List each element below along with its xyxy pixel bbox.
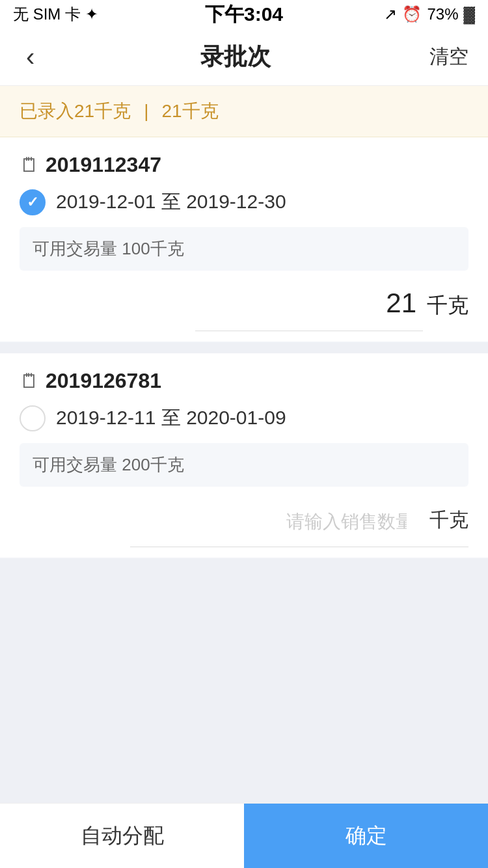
batch-date-row-2: 2019-12-11 至 2020-01-09 bbox=[0, 400, 488, 437]
status-time: 下午3:04 bbox=[205, 1, 283, 28]
location-icon: ↗ bbox=[384, 5, 397, 23]
batch-date-row-1: 2019-12-01 至 2019-12-30 bbox=[0, 183, 488, 221]
empty-area bbox=[0, 559, 488, 845]
section-divider bbox=[0, 343, 488, 353]
status-right: ↗ ⏰ 73% ▓ bbox=[384, 5, 475, 23]
battery-icon: ▓ bbox=[464, 5, 476, 23]
batch-icon-1: 🗒 bbox=[20, 154, 39, 176]
batch-date-1: 2019-12-01 至 2019-12-30 bbox=[56, 189, 286, 215]
info-banner: 已录入21千克 | 21千克 bbox=[0, 86, 488, 137]
input-row-2: 千克 bbox=[0, 493, 488, 547]
clear-button[interactable]: 清空 bbox=[429, 44, 468, 70]
batch-id-1: 2019112347 bbox=[46, 153, 161, 177]
batch-card-2: 🗒 2019126781 2019-12-11 至 2020-01-09 可用交… bbox=[0, 353, 488, 558]
batch-header-1: 🗒 2019112347 bbox=[0, 137, 488, 183]
batch-date-2: 2019-12-11 至 2020-01-09 bbox=[56, 405, 286, 431]
status-left: 无 SIM 卡 ✦ bbox=[13, 4, 98, 25]
quantity-input-2[interactable] bbox=[286, 506, 416, 534]
total-value: 21千克 bbox=[161, 99, 218, 124]
batch-header-2: 🗒 2019126781 bbox=[0, 353, 488, 400]
battery-label: 73% bbox=[427, 5, 458, 23]
value-number-1: 21 bbox=[386, 288, 416, 319]
alarm-icon: ⏰ bbox=[402, 5, 422, 23]
batch-quantity-1: 可用交易量 100千克 bbox=[20, 227, 468, 271]
recorded-label: 已录入21千克 bbox=[20, 99, 131, 124]
page-title: 录批次 bbox=[200, 41, 271, 73]
sim-label: 无 SIM 卡 ✦ bbox=[13, 4, 98, 25]
radio-button-2[interactable] bbox=[20, 405, 46, 431]
batch-quantity-2: 可用交易量 200千克 bbox=[20, 443, 468, 487]
auto-distribute-button[interactable]: 自动分配 bbox=[0, 804, 244, 868]
batch-card-1: 🗒 2019112347 2019-12-01 至 2019-12-30 可用交… bbox=[0, 137, 488, 342]
input-unit-2: 千克 bbox=[429, 507, 468, 534]
bottom-actions: 自动分配 确定 bbox=[0, 803, 488, 868]
batch-icon-2: 🗒 bbox=[20, 370, 39, 392]
confirm-button[interactable]: 确定 bbox=[244, 804, 488, 868]
radio-button-1[interactable] bbox=[20, 189, 46, 215]
value-display-1: 21 千克 bbox=[0, 277, 488, 331]
nav-bar: ‹ 录批次 清空 bbox=[0, 29, 488, 86]
back-button[interactable]: ‹ bbox=[20, 36, 41, 78]
banner-divider: | bbox=[144, 101, 148, 122]
batch-id-2: 2019126781 bbox=[46, 369, 161, 393]
value-unit-1: 千克 bbox=[427, 292, 468, 320]
status-bar: 无 SIM 卡 ✦ 下午3:04 ↗ ⏰ 73% ▓ bbox=[0, 0, 488, 29]
